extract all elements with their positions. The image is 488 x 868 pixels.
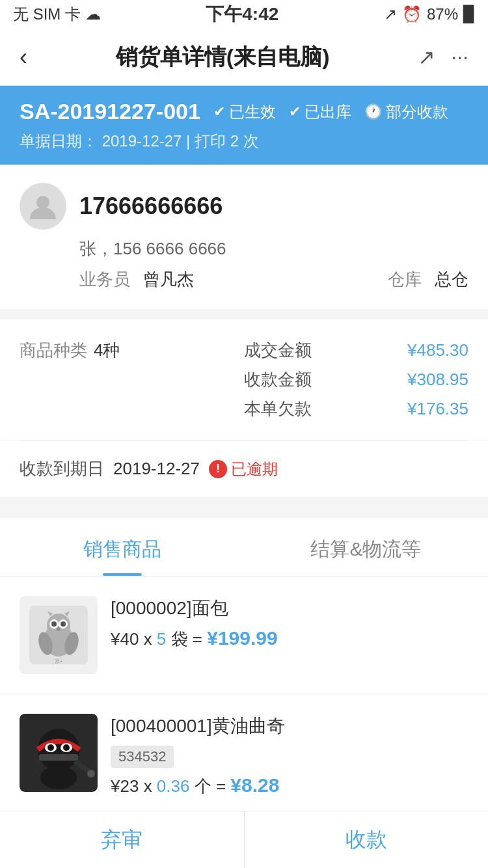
deal-amount-value: ¥485.30 bbox=[407, 340, 468, 360]
clock-icon: 🕐 bbox=[364, 103, 382, 120]
received-amount-value: ¥308.95 bbox=[407, 370, 468, 390]
product-equals-1: = bbox=[193, 629, 207, 649]
badge-effective: ✔ 已生效 bbox=[213, 102, 276, 122]
avatar bbox=[20, 183, 66, 230]
svg-point-0 bbox=[36, 196, 49, 209]
nav-actions: ↗ ··· bbox=[418, 45, 468, 70]
overdue-badge: ! 已逾期 bbox=[209, 459, 278, 480]
tab-settlement-logistics[interactable]: 结算&物流等 bbox=[244, 518, 488, 576]
received-amount-item: 收款金额 ¥308.95 bbox=[244, 368, 468, 391]
customer-phone-row: 17666666666 bbox=[20, 183, 468, 230]
product-types-label: 商品种类 bbox=[20, 339, 87, 362]
customer-meta-row: 业务员 曾凡杰 仓库 总仓 bbox=[79, 268, 468, 291]
owed-amount-value: ¥176.35 bbox=[407, 399, 468, 419]
product-total-1: ¥199.99 bbox=[207, 627, 277, 649]
status-bar-left: 无 SIM 卡 ☁ bbox=[13, 4, 101, 25]
divider-1 bbox=[0, 309, 488, 319]
due-date-value: 2019-12-27 bbox=[113, 459, 200, 479]
location-icon: ↗ bbox=[384, 5, 397, 23]
nav-bar: ‹ 销货单详情(来自电脑) ↗ ··· bbox=[0, 29, 488, 86]
warehouse-label: 仓库 bbox=[388, 268, 422, 291]
badge-partial-payment: 🕐 部分收款 bbox=[364, 102, 448, 122]
overdue-icon: ! bbox=[209, 460, 227, 478]
share-icon[interactable]: ↗ bbox=[418, 45, 435, 70]
product-price-2: ¥23 x 0.36 个 = ¥8.28 bbox=[111, 774, 468, 798]
battery-level: 87% bbox=[427, 5, 458, 23]
product-price-1: ¥40 x 5 袋 = ¥199.99 bbox=[111, 627, 468, 651]
deal-amount-item: 成交金额 ¥485.30 bbox=[244, 339, 468, 362]
alarm-icon: ⏰ bbox=[402, 5, 422, 23]
overdue-text: 已逾期 bbox=[231, 459, 278, 480]
product-multiply-2: x bbox=[144, 776, 157, 796]
order-date-row: 单据日期： 2019-12-27 | 打印 2 次 bbox=[20, 131, 468, 152]
svg-point-6 bbox=[51, 621, 57, 627]
svg-point-7 bbox=[61, 621, 66, 627]
page-title: 销货单详情(来自电脑) bbox=[27, 42, 418, 72]
received-amount-label: 收款金额 bbox=[244, 368, 312, 391]
product-qty-1: 5 bbox=[157, 629, 166, 649]
check-icon-2: ✔ bbox=[289, 103, 301, 120]
due-date-section: 收款到期日 2019-12-27 ! 已逾期 bbox=[0, 441, 488, 497]
customer-name-detail: 张，156 6666 6666 bbox=[79, 237, 468, 260]
product-sku-badge-2: 534532 bbox=[111, 745, 468, 768]
svg-point-18 bbox=[47, 744, 54, 751]
deal-amount-label: 成交金额 bbox=[244, 339, 312, 362]
check-icon-1: ✔ bbox=[213, 103, 225, 120]
tabs-row: 销售商品 结算&物流等 bbox=[0, 518, 488, 576]
product-image-1: 器+ bbox=[20, 596, 98, 674]
product-list: 器+ [0000002]面包 ¥40 x 5 袋 = ¥199.99 bbox=[0, 576, 488, 818]
due-date-label: 收款到期日 bbox=[20, 457, 104, 480]
product-info-2: [000400001]黄油曲奇 534532 ¥23 x 0.36 个 = ¥8… bbox=[111, 714, 468, 798]
owed-amount-label: 本单欠款 bbox=[244, 398, 312, 420]
order-header-banner: SA-20191227-001 ✔ 已生效 ✔ 已出库 🕐 部分收款 单据日期：… bbox=[0, 86, 488, 165]
badge-shipped: ✔ 已出库 bbox=[289, 102, 351, 122]
svg-point-21 bbox=[40, 766, 77, 789]
product-item-1: 器+ [0000002]面包 ¥40 x 5 袋 = ¥199.99 bbox=[0, 576, 488, 694]
customer-phone: 17666666666 bbox=[79, 193, 223, 220]
sku-value-2: 534532 bbox=[111, 746, 174, 768]
back-button[interactable]: ‹ bbox=[20, 44, 27, 71]
order-id: SA-20191227-001 bbox=[20, 99, 200, 124]
sales-value: 曾凡杰 bbox=[143, 268, 194, 291]
divider-3 bbox=[0, 497, 488, 508]
customer-section: 17666666666 张，156 6666 6666 业务员 曾凡杰 仓库 总… bbox=[0, 165, 488, 309]
status-bar: 无 SIM 卡 ☁ 下午4:42 ↗ ⏰ 87% ▉ bbox=[0, 0, 488, 29]
cancel-button[interactable]: 弃审 bbox=[0, 811, 244, 868]
product-equals-2: = bbox=[216, 776, 230, 796]
sales-label: 业务员 bbox=[79, 268, 130, 291]
svg-rect-20 bbox=[39, 754, 78, 761]
stats-section: 商品种类 4种 成交金额 ¥485.30 收款金额 ¥308.95 本单欠款 ¥… bbox=[0, 319, 488, 440]
sim-status: 无 SIM 卡 ☁ bbox=[13, 4, 101, 25]
warehouse-value: 总仓 bbox=[435, 268, 468, 291]
product-qty-2: 0.36 bbox=[157, 776, 190, 796]
product-unit-1: 袋 bbox=[171, 629, 188, 649]
stats-left: 商品种类 4种 bbox=[20, 339, 244, 362]
owed-amount-item: 本单欠款 ¥176.35 bbox=[244, 398, 468, 420]
tabs-section: 销售商品 结算&物流等 bbox=[0, 518, 488, 576]
svg-point-19 bbox=[63, 744, 70, 751]
battery-icon: ▉ bbox=[463, 5, 475, 23]
product-base-price-2: ¥23 bbox=[111, 776, 139, 796]
bottom-bar: 弃审 收款 bbox=[0, 811, 488, 868]
more-icon[interactable]: ··· bbox=[451, 45, 468, 69]
product-types-value: 4种 bbox=[94, 339, 120, 362]
product-unit-2: 个 bbox=[195, 776, 211, 796]
svg-point-23 bbox=[87, 770, 95, 778]
stats-right: 成交金额 ¥485.30 收款金额 ¥308.95 本单欠款 ¥176.35 bbox=[244, 339, 468, 420]
order-id-row: SA-20191227-001 ✔ 已生效 ✔ 已出库 🕐 部分收款 bbox=[20, 99, 468, 124]
stats-row: 商品种类 4种 成交金额 ¥485.30 收款金额 ¥308.95 本单欠款 ¥… bbox=[20, 339, 468, 420]
product-base-price-1: ¥40 bbox=[111, 629, 139, 649]
tab-sales-products[interactable]: 销售商品 bbox=[0, 518, 244, 576]
product-item-2: [000400001]黄油曲奇 534532 ¥23 x 0.36 个 = ¥8… bbox=[0, 694, 488, 818]
confirm-button[interactable]: 收款 bbox=[245, 811, 489, 868]
product-total-2: ¥8.28 bbox=[230, 774, 279, 796]
svg-point-15 bbox=[38, 729, 79, 770]
product-name-2: [000400001]黄油曲奇 bbox=[111, 714, 468, 739]
product-image-2 bbox=[20, 714, 98, 792]
status-bar-right: ↗ ⏰ 87% ▉ bbox=[384, 5, 475, 23]
status-bar-time: 下午4:42 bbox=[206, 2, 278, 27]
product-types-item: 商品种类 4种 bbox=[20, 339, 244, 362]
product-multiply-1: x bbox=[144, 629, 157, 649]
product-name-1: [0000002]面包 bbox=[111, 596, 468, 621]
product-info-1: [0000002]面包 ¥40 x 5 袋 = ¥199.99 bbox=[111, 596, 468, 674]
